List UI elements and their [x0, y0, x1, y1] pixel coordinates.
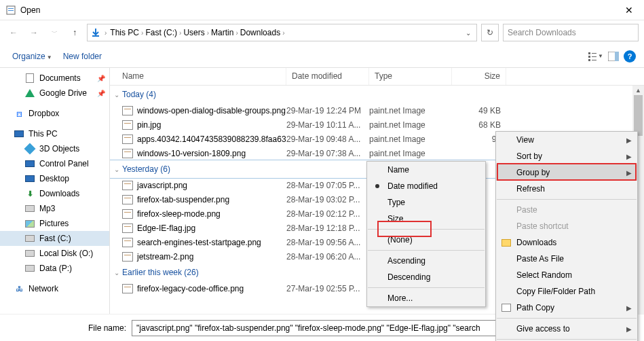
file-date: 28-Mar-19 12:18 P... — [286, 223, 369, 233]
menu-item[interactable]: Sort by▶ — [496, 148, 637, 164]
svg-rect-6 — [588, 59, 590, 61]
menu-item[interactable]: Downloads — [496, 234, 637, 251]
group-title: Earlier this week (26) — [122, 268, 199, 277]
search-input[interactable]: Search Downloads — [503, 24, 639, 41]
scroll-thumb[interactable] — [634, 95, 643, 136]
menu-item-label: Path Copy — [516, 303, 554, 312]
recent-dropdown[interactable]: ﹀ — [46, 24, 62, 41]
chevron-right-icon[interactable]: › — [235, 29, 238, 37]
sidebar-item-label: 3D Objects — [39, 144, 79, 154]
col-date[interactable]: Date modified — [286, 68, 369, 85]
menu-item[interactable]: Refresh — [496, 181, 637, 197]
menu-item-label: Date modified — [387, 181, 438, 191]
menu-item[interactable]: (None) — [367, 232, 485, 248]
submenu-arrow-icon: ▶ — [626, 137, 632, 144]
sidebar-item-label: Local Disk (O:) — [39, 249, 93, 258]
new-folder-button[interactable]: New folder — [59, 49, 106, 64]
sidebar-item-label: Dropbox — [29, 109, 59, 118]
refresh-button[interactable]: ↻ — [481, 24, 499, 41]
menu-item[interactable]: More... — [367, 290, 485, 306]
col-size[interactable]: Size — [452, 68, 506, 85]
toolbar: Organize▼ New folder ▼ ? — [0, 45, 644, 68]
up-button[interactable]: ↑ — [67, 24, 83, 41]
menu-item[interactable]: Copy File/Folder Path — [496, 283, 637, 300]
dbox-icon: ⧈ — [14, 108, 24, 119]
menu-item[interactable]: Name — [367, 162, 485, 178]
file-name: jetstream-2.png — [137, 252, 193, 262]
organize-menu[interactable]: Organize▼ — [8, 49, 56, 64]
sidebar-item[interactable]: Documents📌 — [0, 71, 109, 86]
submenu-arrow-icon: ▶ — [626, 169, 632, 177]
view-options-button[interactable]: ▼ — [588, 49, 603, 64]
sidebar-item[interactable]: Data (P:) — [0, 261, 109, 276]
file-date: 29-Mar-19 07:38 A... — [286, 149, 369, 158]
menu-item[interactable]: Date modified — [367, 178, 485, 194]
menu-item-label: Group by — [516, 168, 550, 177]
menu-item[interactable]: Path Copy▶ — [496, 300, 637, 316]
breadcrumb-segment[interactable]: Users — [182, 28, 206, 37]
col-name[interactable]: Name — [110, 68, 286, 85]
breadcrumb-segment[interactable]: This PC — [109, 28, 140, 37]
scroll-up-icon[interactable]: ▲ — [632, 86, 644, 95]
svg-rect-7 — [592, 53, 596, 54]
sidebar-item[interactable]: Pictures — [0, 216, 109, 231]
back-button[interactable]: ← — [5, 24, 22, 41]
sidebar-item-label: Data (P:) — [39, 264, 72, 273]
sidebar-item[interactable]: Google Drive📌 — [0, 86, 109, 101]
file-name: windows-10-version-1809.png — [137, 149, 246, 158]
pin-icon: 📌 — [97, 90, 105, 97]
svg-rect-4 — [588, 52, 590, 54]
file-name: search-engines-test-startpage.png — [137, 238, 261, 247]
file-row[interactable]: pin.jpg29-Mar-19 10:11 A...paint.net Ima… — [110, 118, 644, 132]
preview-pane-button[interactable] — [606, 49, 621, 64]
address-dropdown[interactable]: ⌄ — [463, 29, 474, 37]
sidebar-item[interactable]: ⧈Dropbox — [0, 106, 109, 121]
forward-button[interactable]: → — [26, 24, 42, 41]
group-header[interactable]: ⌄Today (4) — [110, 86, 644, 103]
svg-rect-3 — [92, 35, 99, 37]
sidebar-item[interactable]: 3D Objects — [0, 141, 109, 156]
address-bar[interactable]: › This PC›Fast (C:)›Users›Martin›Downloa… — [87, 24, 477, 41]
sidebar-item[interactable]: This PC — [0, 126, 109, 141]
sidebar-item[interactable]: Mp3 — [0, 201, 109, 216]
chevron-right-icon[interactable]: › — [282, 29, 285, 37]
sidebar-item[interactable]: 🖧Network — [0, 281, 109, 296]
sidebar-item[interactable]: Local Disk (O:) — [0, 246, 109, 261]
sidebar-item-label: Mp3 — [39, 204, 55, 213]
menu-item[interactable]: Ascending — [367, 253, 485, 269]
breadcrumb-segment[interactable]: Martin — [210, 28, 235, 37]
close-button[interactable]: ✕ — [620, 5, 639, 16]
file-date: 28-Mar-19 02:12 P... — [286, 209, 369, 219]
column-headers[interactable]: Name Date modified Type Size — [110, 68, 644, 86]
breadcrumb-segment[interactable]: Fast (C:) — [144, 28, 178, 37]
menu-item[interactable]: Paste As File — [496, 251, 637, 267]
help-button[interactable]: ? — [624, 50, 636, 62]
menu-item[interactable]: Give access to▶ — [496, 321, 637, 337]
sidebar-item[interactable]: Desktop — [0, 171, 109, 186]
image-file-icon — [122, 149, 133, 158]
sidebar-item[interactable]: ⬇Downloads — [0, 186, 109, 201]
file-name: pin.jpg — [137, 120, 161, 130]
sidebar-item[interactable]: Fast (C:) — [0, 231, 109, 246]
menu-item-label: Name — [387, 165, 409, 175]
sidebar-item[interactable]: Control Panel — [0, 156, 109, 171]
menu-item[interactable]: Descending — [367, 269, 485, 285]
menu-item-label: Paste shortcut — [516, 221, 569, 231]
menu-item[interactable]: Select Random — [496, 267, 637, 283]
file-date: 29-Mar-19 09:48 A... — [286, 134, 369, 144]
menu-item[interactable]: Type — [367, 194, 485, 211]
menu-item-label: Size — [387, 214, 403, 223]
file-name: apps.40342.14047435839088239.8faa635f-..… — [137, 134, 286, 144]
menu-item[interactable]: Size — [367, 211, 485, 227]
menu-item[interactable]: Group by▶ — [496, 164, 637, 181]
menu-item[interactable]: View▶ — [496, 132, 637, 148]
menu-item-label: Descending — [387, 272, 430, 282]
breadcrumb-segment[interactable]: Downloads — [239, 28, 282, 37]
drive-icon — [24, 233, 35, 244]
file-name: javascript.png — [137, 181, 187, 190]
chevron-right-icon[interactable]: › — [104, 29, 107, 37]
col-type[interactable]: Type — [369, 68, 452, 85]
file-row[interactable]: windows-open-dialog-disable-groups.png29… — [110, 103, 644, 118]
sidebar-item-label: Fast (C:) — [39, 234, 71, 243]
group-title: Today (4) — [122, 90, 156, 99]
